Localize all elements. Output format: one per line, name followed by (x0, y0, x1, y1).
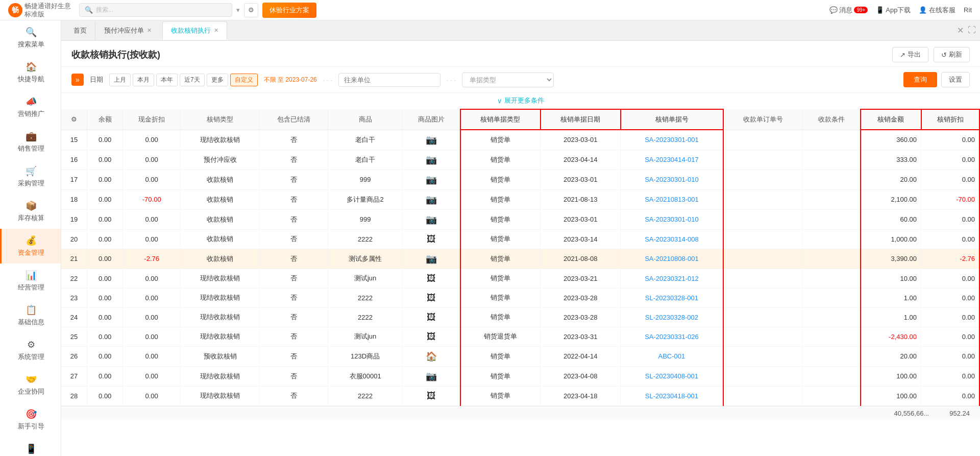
row-bill-no[interactable]: SA-20210813-001 (621, 189, 723, 209)
date-custom-btn[interactable]: 自定义 (230, 74, 258, 86)
row-offset-amount: 360.00 (861, 130, 921, 150)
row-id: 19 (61, 209, 87, 229)
sidebar-label-basic-info: 基础信息 (18, 318, 44, 327)
row-receipt-terms (803, 269, 861, 288)
tab-receipt-offset-close[interactable]: ✕ (214, 27, 218, 34)
row-bill-date: 2021-08-13 (541, 189, 621, 209)
col-settings-header[interactable]: ⚙ (61, 109, 87, 130)
expand-more-bar[interactable]: ∨ 展开更多条件 (487, 93, 554, 109)
row-receipt-order-no (723, 366, 803, 386)
row-bill-no[interactable]: SA-20230331-026 (621, 327, 723, 346)
row-offset-type: 现结收款核销 (181, 269, 260, 288)
sidebar-item-beginner[interactable]: 🎯 新手引导 (0, 402, 61, 437)
summary-offset-discount: 952.24 (949, 410, 970, 417)
row-balance: 0.00 (87, 209, 123, 229)
date-last-month-btn[interactable]: 上月 (109, 74, 131, 86)
row-bill-no[interactable]: SL-20230418-001 (621, 386, 723, 405)
row-cash-discount: 0.00 (123, 209, 181, 229)
row-bill-no[interactable]: SA-20230314-008 (621, 229, 723, 249)
row-bill-no[interactable]: SA-20230301-010 (621, 170, 723, 189)
close-window-btn[interactable]: ✕ (957, 26, 964, 35)
sidebar: 🔍 搜索菜单 🏠 快捷导航 📣 营销推广 💼 销售管理 🛒 采购管理 📦 库存核… (0, 20, 61, 456)
tab-prepay-offset[interactable]: 预付冲应付单 ✕ (95, 21, 160, 40)
col-receipt-terms-header: 收款条件 (803, 109, 861, 130)
app-download-btn[interactable]: 📱 App下载 (876, 6, 911, 15)
sidebar-item-corp-coop[interactable]: 🤝 企业协同 (0, 368, 61, 402)
date-more-btn[interactable]: 更多 (207, 74, 228, 86)
sidebar-item-sales-mgmt[interactable]: 💼 销售管理 (0, 125, 61, 159)
row-goods-img: 🏠 (402, 346, 460, 366)
row-offset-type: 收款核销 (181, 189, 260, 209)
tab-receipt-offset[interactable]: 收款核销执行 ✕ (162, 21, 227, 40)
page-title: 收款核销执行(按收款) (71, 49, 160, 61)
row-bill-no[interactable]: ABC-001 (621, 346, 723, 366)
row-bill-date: 2023-03-01 (541, 209, 621, 229)
row-bill-type: 销货单 (460, 346, 541, 366)
setting-button[interactable]: 设置 (941, 72, 970, 87)
smart-hw-icon: 📱 (26, 443, 37, 454)
row-bill-no[interactable]: SA-20230301-010 (621, 209, 723, 229)
row-bill-no[interactable]: SA-20230321-012 (621, 269, 723, 288)
row-bill-no[interactable]: SA-20230414-017 (621, 150, 723, 170)
row-id: 28 (61, 386, 87, 405)
row-receipt-terms (803, 189, 861, 209)
date-this-year-btn[interactable]: 本年 (156, 74, 178, 86)
sidebar-item-basic-info[interactable]: 📋 基础信息 (0, 298, 61, 333)
col-bill-type-header: 核销单据类型 (460, 109, 541, 130)
inventory-icon: 📦 (26, 200, 37, 211)
row-balance: 0.00 (87, 346, 123, 366)
row-balance: 0.00 (87, 366, 123, 386)
sidebar-item-search-menu[interactable]: 🔍 搜索菜单 (0, 20, 61, 55)
bill-type-select[interactable]: 单据类型 (462, 73, 554, 87)
logo-text: 畅捷通谱好生意 标准版 (24, 2, 71, 18)
row-bill-date: 2023-04-14 (541, 150, 621, 170)
row-offset-type: 收款核销 (181, 170, 260, 189)
counterparty-input[interactable] (338, 73, 440, 87)
message-btn[interactable]: 💬 消息 99+ (829, 6, 868, 15)
tab-prepay-offset-close[interactable]: ✕ (147, 27, 152, 34)
row-balance: 0.00 (87, 189, 123, 209)
tab-home[interactable]: 首页 (65, 21, 95, 40)
sidebar-item-smart-hw[interactable]: 📱 智能硬件 (0, 437, 61, 456)
filter-toggle-button[interactable]: » (71, 74, 84, 86)
maximize-btn[interactable]: ⛶ (968, 26, 976, 35)
table-container[interactable]: ⚙ 余额 现金折扣 核销类型 包含已结清 商品 商品图片 核销单据类型 核销单据… (61, 109, 980, 456)
industry-solution-button[interactable]: 休验行业方案 (262, 3, 316, 18)
row-bill-no[interactable]: SL-20230408-001 (621, 366, 723, 386)
online-service-btn[interactable]: 👤 在线客服 (919, 6, 955, 15)
row-bill-no[interactable]: SL-20230328-002 (621, 307, 723, 327)
row-balance: 0.00 (87, 386, 123, 405)
row-offset-discount: -2.76 (921, 249, 979, 269)
sidebar-item-sys-mgmt[interactable]: ⚙ 系统管理 (0, 333, 61, 368)
sidebar-item-biz-mgmt[interactable]: 📊 经营管理 (0, 263, 61, 298)
expand-more-icon: ∨ (497, 97, 502, 105)
purchase-mgmt-icon: 🛒 (26, 165, 37, 177)
row-receipt-order-no (723, 189, 803, 209)
row-goods-img: 📷 (402, 150, 460, 170)
query-button[interactable]: 查询 (903, 72, 937, 87)
row-goods-img: 📷 (402, 209, 460, 229)
sidebar-item-quick-nav[interactable]: 🏠 快捷导航 (0, 55, 61, 90)
row-goods-img: 🖼 (402, 327, 460, 346)
row-bill-no[interactable]: SL-20230328-001 (621, 288, 723, 307)
basic-info-icon: 📋 (26, 304, 37, 316)
date-last-7days-btn[interactable]: 近7天 (180, 74, 205, 86)
refresh-button[interactable]: ↺ 刷新 (934, 47, 970, 62)
sidebar-item-marketing[interactable]: 📣 营销推广 (0, 90, 61, 125)
settings-icon[interactable]: ⚙ (244, 3, 258, 17)
beginner-icon: 🎯 (26, 409, 37, 420)
row-bill-no[interactable]: SA-20210808-001 (621, 249, 723, 269)
date-this-month-btn[interactable]: 本月 (133, 74, 154, 86)
row-id: 21 (61, 249, 87, 269)
table-row: 27 0.00 0.00 现结收款核销 否 衣服00001 📷 销货单 2023… (61, 366, 979, 386)
sidebar-item-purchase-mgmt[interactable]: 🛒 采购管理 (0, 159, 61, 194)
export-button[interactable]: ↗ 导出 (892, 47, 928, 62)
row-included-settled: 否 (260, 229, 328, 249)
row-bill-no[interactable]: SA-20230301-001 (621, 130, 723, 150)
row-goods: 123D商品 (328, 346, 403, 366)
sidebar-item-fund-mgmt[interactable]: 💰 资金管理 (0, 229, 61, 263)
sidebar-item-inventory[interactable]: 📦 库存核算 (0, 194, 61, 229)
col-goods-header: 商品 (328, 109, 403, 130)
dropdown-arrow[interactable]: ▾ (236, 6, 240, 14)
top-search-box[interactable]: 🔍 搜索... (79, 3, 232, 17)
